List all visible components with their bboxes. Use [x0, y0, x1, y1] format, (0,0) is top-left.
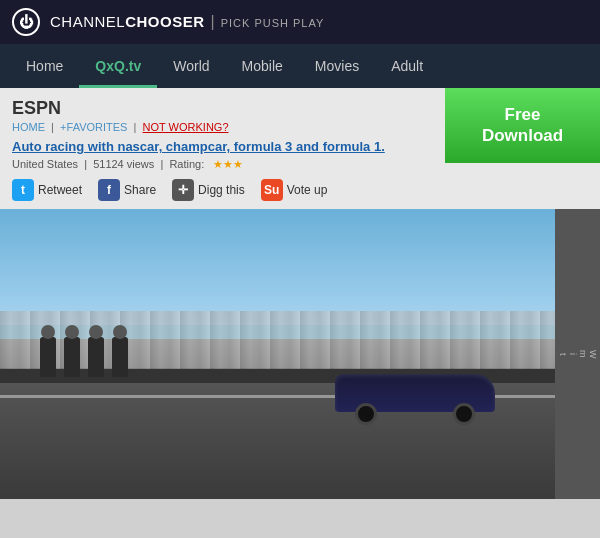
nav-item-mobile[interactable]: Mobile	[226, 44, 299, 88]
stumble-icon: Su	[261, 179, 283, 201]
video-player[interactable]: 87	[0, 209, 555, 499]
crew-person-1	[40, 337, 56, 377]
digg-label: Digg this	[198, 183, 245, 197]
meta-stars: ★★★	[213, 158, 243, 170]
nav-item-home[interactable]: Home	[10, 44, 79, 88]
breadcrumb-favorites[interactable]: +FAVORITES	[60, 121, 127, 133]
logo-text-plain: CHANNEL	[50, 13, 125, 30]
logo[interactable]: CHANNEL CHOOSER | PICK PUSH PLAY	[50, 13, 324, 31]
content-area: ESPN HOME | +FAVORITES | NOT WORKING? Au…	[0, 88, 600, 209]
logo-separator: |	[211, 13, 215, 31]
crew-person-3	[88, 337, 104, 377]
video-container: 87 Wmit	[0, 209, 600, 499]
racing-scene: 87	[0, 209, 555, 499]
logo-text-bold: CHOOSER	[125, 13, 204, 30]
nav-item-world[interactable]: World	[157, 44, 225, 88]
share-label: Share	[124, 183, 156, 197]
tagline: PICK PUSH PLAY	[221, 17, 325, 29]
voteup-label: Vote up	[287, 183, 328, 197]
retweet-button[interactable]: t Retweet	[12, 179, 82, 201]
race-car: 87	[335, 372, 495, 427]
sky-background	[0, 209, 555, 325]
logo-power-icon: ⏻	[12, 8, 40, 36]
nav-item-adult[interactable]: Adult	[375, 44, 439, 88]
free-download-button[interactable]: Free Download	[445, 88, 600, 163]
digg-button[interactable]: ✛ Digg this	[172, 179, 245, 201]
share-button[interactable]: f Share	[98, 179, 156, 201]
meta-views: 51124 views	[93, 158, 154, 170]
car-wheel-right	[453, 403, 475, 425]
retweet-label: Retweet	[38, 183, 82, 197]
nav-item-movies[interactable]: Movies	[299, 44, 375, 88]
breadcrumb-not-working[interactable]: NOT WORKING?	[143, 121, 229, 133]
digg-icon: ✛	[172, 179, 194, 201]
facebook-icon: f	[98, 179, 120, 201]
navigation: Home QxQ.tv World Mobile Movies Adult	[0, 44, 600, 88]
car-wheel-left	[355, 403, 377, 425]
pit-crew	[40, 337, 128, 377]
twitter-icon: t	[12, 179, 34, 201]
nav-item-qxq[interactable]: QxQ.tv	[79, 44, 157, 88]
social-buttons: t Retweet f Share ✛ Digg this Su Vote up	[12, 179, 588, 201]
header: ⏻ CHANNEL CHOOSER | PICK PUSH PLAY	[0, 0, 600, 44]
meta-rating-label: Rating:	[169, 158, 204, 170]
side-text: Wmit	[558, 350, 598, 359]
crew-person-2	[64, 337, 80, 377]
meta-country: United States	[12, 158, 78, 170]
video-sidebar: Wmit	[555, 209, 600, 499]
voteup-button[interactable]: Su Vote up	[261, 179, 328, 201]
crew-person-4	[112, 337, 128, 377]
breadcrumb-home[interactable]: HOME	[12, 121, 45, 133]
